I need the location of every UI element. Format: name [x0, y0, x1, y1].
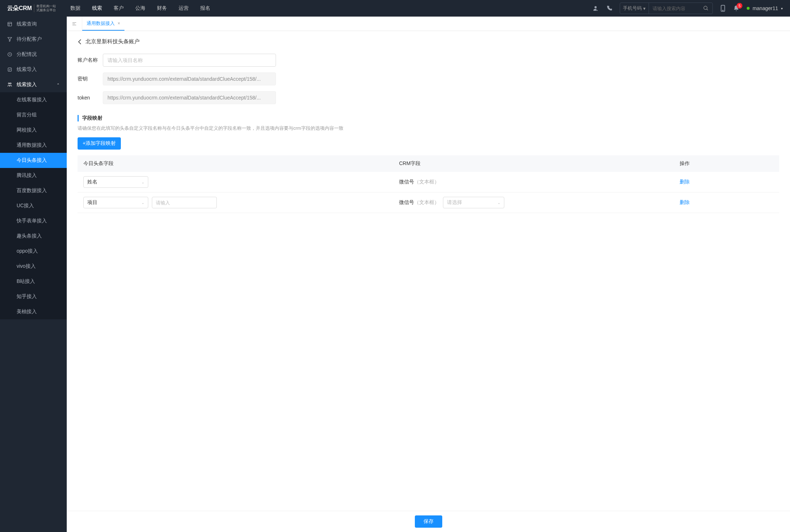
phone-icon[interactable]: [606, 5, 613, 12]
sidebar-sub-item[interactable]: 今日头条接入: [0, 153, 67, 168]
secret-label: 密钥: [78, 76, 103, 82]
tabs-bar: 通用数据接入 ×: [67, 17, 790, 31]
sidebar-item[interactable]: 线索导入: [0, 62, 67, 77]
search-box: 手机号码 ▾: [620, 3, 713, 14]
sidebar-icon: [7, 52, 13, 57]
logo-subtitle: 教育机构一站 式服务云平台: [34, 4, 56, 12]
sidebar-sub-item[interactable]: 美柚接入: [0, 304, 67, 319]
main-area: 通用数据接入 × 北京昱新科技头条账户 账户名称 密钥: [67, 17, 790, 532]
sidebar-icon: [7, 22, 13, 27]
nav-item[interactable]: 公海: [135, 5, 145, 12]
nav-item[interactable]: 线索: [92, 5, 102, 12]
table-row: 项目⌄微信号（文本框）请选择⌄删除: [78, 192, 779, 213]
sidebar-sub-item[interactable]: 通用数据接入: [0, 138, 67, 153]
sidebar-item[interactable]: 待分配客户: [0, 32, 67, 47]
field-mapping-table: 今日头条字段 CRM字段 操作 姓名⌄微信号（文本框）删除项目⌄微信号（文本框）…: [78, 155, 779, 213]
nav-item[interactable]: 客户: [114, 5, 124, 12]
svg-point-3: [704, 6, 707, 9]
breadcrumb: 北京昱新科技头条账户: [78, 38, 779, 45]
logo: 云朵CRM 教育机构一站 式服务云平台: [7, 4, 56, 12]
sidebar-sub-item[interactable]: 在线客服接入: [0, 92, 67, 107]
delete-link[interactable]: 删除: [680, 179, 690, 185]
chevron-down-icon: ▾: [643, 6, 646, 11]
svg-point-13: [8, 83, 10, 84]
sidebar-sub-item[interactable]: 快手表单接入: [0, 213, 67, 229]
save-button[interactable]: 保存: [415, 515, 442, 528]
sidebar-sub-item[interactable]: 趣头条接入: [0, 229, 67, 244]
toutiao-field-select[interactable]: 姓名⌄: [83, 176, 148, 188]
search-type-select[interactable]: 手机号码 ▾: [620, 3, 649, 14]
sidebar-collapse-button[interactable]: [67, 17, 82, 31]
bell-icon[interactable]: 5: [733, 5, 739, 12]
status-dot-icon: [747, 7, 750, 10]
svg-rect-7: [8, 22, 12, 26]
toutiao-extra-input[interactable]: [152, 197, 217, 208]
chevron-down-icon: ⌄: [141, 201, 144, 205]
col-toutiao-field: 今日头条字段: [78, 155, 393, 172]
field-mapping-title: 字段映射: [78, 115, 779, 121]
col-crm-field: CRM字段: [393, 155, 674, 172]
logo-text: 云朵CRM: [7, 5, 32, 12]
sidebar-icon: [7, 67, 13, 72]
sidebar-sub-item[interactable]: oppo接入: [0, 244, 67, 259]
sidebar-sub-item[interactable]: UC接入: [0, 198, 67, 213]
user-add-icon[interactable]: [592, 5, 599, 12]
back-arrow-icon[interactable]: [78, 39, 82, 45]
sidebar-icon: [7, 37, 13, 42]
sidebar-sub-item[interactable]: 百度数据接入: [0, 183, 67, 198]
sidebar-item[interactable]: 线索查询: [0, 17, 67, 32]
svg-rect-12: [8, 68, 11, 71]
field-mapping-desc: 请确保您在此填写的头条自定义字段名称与在今日头条平台中自定义的字段名称一致，并且…: [78, 125, 779, 132]
col-action: 操作: [674, 155, 779, 172]
nav-item[interactable]: 运营: [179, 5, 189, 12]
chevron-down-icon: ⌄: [141, 180, 144, 184]
token-label: token: [78, 95, 103, 101]
svg-rect-2: [596, 9, 598, 10]
chevron-down-icon: ▾: [781, 6, 783, 10]
svg-line-4: [707, 9, 708, 10]
username: manager11: [752, 5, 778, 11]
chevron-down-icon: ⌄: [497, 201, 500, 205]
nav-item[interactable]: 财务: [157, 5, 167, 12]
sidebar-sub-item[interactable]: vivo接入: [0, 259, 67, 274]
delete-link[interactable]: 删除: [680, 199, 690, 205]
mobile-icon[interactable]: [720, 5, 726, 12]
page-title: 北京昱新科技头条账户: [85, 38, 140, 45]
svg-point-14: [10, 83, 11, 84]
toutiao-field-select[interactable]: 项目⌄: [83, 197, 148, 208]
user-menu[interactable]: manager11 ▾: [747, 5, 783, 11]
sidebar-sub-item[interactable]: 知乎接入: [0, 289, 67, 304]
svg-point-6: [723, 10, 723, 11]
account-name-label: 账户名称: [78, 57, 103, 63]
close-icon[interactable]: ×: [118, 21, 120, 26]
sidebar-icon: [7, 82, 13, 87]
top-header: 云朵CRM 教育机构一站 式服务云平台 数据线索客户公海财务运营报名 手机号码 …: [0, 0, 790, 17]
sidebar: 线索查询待分配客户分配情况线索导入线索接入⌃在线客服接入留言分组网校接入通用数据…: [0, 17, 67, 532]
token-input[interactable]: [103, 91, 276, 104]
sidebar-item[interactable]: 线索接入⌃: [0, 77, 67, 92]
nav-item[interactable]: 报名: [200, 5, 210, 12]
sidebar-sub-item[interactable]: 腾讯接入: [0, 168, 67, 183]
crm-field-select[interactable]: 请选择⌄: [443, 197, 504, 208]
svg-point-0: [594, 6, 597, 8]
nav-item[interactable]: 数据: [70, 5, 80, 12]
footer-bar: 保存: [67, 511, 790, 532]
account-name-input[interactable]: [103, 54, 276, 67]
crm-field-text: 微信号（文本框）: [399, 199, 439, 206]
sidebar-sub-item[interactable]: 网校接入: [0, 123, 67, 138]
sidebar-sub-item[interactable]: B站接入: [0, 274, 67, 289]
search-input[interactable]: [649, 6, 699, 11]
sidebar-item[interactable]: 分配情况: [0, 47, 67, 62]
add-field-mapping-button[interactable]: +添加字段映射: [78, 137, 121, 150]
crm-field-text: 微信号（文本框）: [399, 179, 439, 185]
svg-marker-10: [8, 37, 12, 41]
notification-badge: 5: [737, 3, 742, 9]
tab-general-data-access[interactable]: 通用数据接入 ×: [82, 17, 124, 31]
chevron-up-icon: ⌃: [57, 83, 60, 87]
sidebar-sub-item[interactable]: 留言分组: [0, 107, 67, 123]
search-button[interactable]: [699, 5, 712, 11]
table-row: 姓名⌄微信号（文本框）删除: [78, 172, 779, 192]
top-nav: 数据线索客户公海财务运营报名: [70, 5, 210, 12]
secret-input[interactable]: [103, 72, 276, 85]
